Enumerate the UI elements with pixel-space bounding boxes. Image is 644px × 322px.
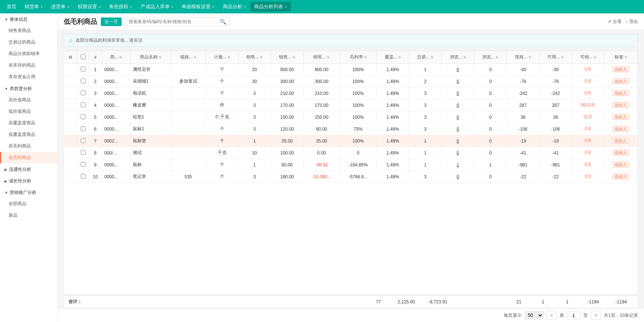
row-check-1[interactable]: [81, 79, 86, 83]
nav-close-sales-order[interactable]: ×: [41, 4, 43, 9]
row-view1[interactable]: 0: [442, 99, 474, 111]
row-check-3[interactable]: [81, 102, 86, 107]
row-view1[interactable]: 1: [442, 159, 474, 171]
row-view1[interactable]: 0: [442, 171, 474, 183]
share-button[interactable]: ⇗ 分享: [608, 19, 622, 25]
row-num: 3: [89, 87, 102, 99]
search-input[interactable]: [129, 19, 218, 24]
row-settings: [64, 64, 77, 76]
row-checkbox[interactable]: [77, 123, 89, 135]
sidebar-group-overall[interactable]: ▼ 整体信息: [0, 13, 57, 25]
nav-close-role-auth[interactable]: ×: [130, 4, 132, 9]
row-check-7[interactable]: [81, 150, 86, 155]
sidebar-item-category-rate[interactable]: 商品分类助销率: [0, 48, 57, 60]
row-sale-amount: 150.00: [303, 111, 340, 123]
sidebar-item-high-margin[interactable]: 高毛利商品: [0, 140, 57, 152]
row-check-2[interactable]: [81, 90, 86, 95]
row-check-0[interactable]: [81, 67, 86, 71]
sidebar-item-in-stock[interactable]: 有库存的商品: [0, 60, 57, 71]
nav-product-analysis-list[interactable]: 商品分析列表 ×: [250, 2, 291, 12]
nav-product-analysis[interactable]: 商品分析 ×: [219, 2, 250, 12]
nav-close-template-settings[interactable]: ×: [212, 4, 214, 9]
search-icon[interactable]: 🔍: [220, 19, 226, 25]
next-page-button[interactable]: ＞: [591, 311, 601, 320]
row-available-stock: -41: [539, 147, 572, 159]
nav-home[interactable]: 首页: [3, 2, 20, 12]
nav-purchase-order[interactable]: 进货单 ×: [47, 2, 73, 12]
sidebar-group-cluster[interactable]: ▼ 类群度分析: [0, 83, 57, 94]
nav-close-purchase-order[interactable]: ×: [67, 4, 69, 9]
row-checkbox[interactable]: [77, 171, 89, 183]
nav-role-auth[interactable]: 角色授权 ×: [105, 2, 136, 12]
time-filter-button[interactable]: 近一月: [101, 17, 122, 26]
row-view1[interactable]: 0: [442, 147, 474, 159]
row-saleable-stock: 31天: [572, 111, 605, 123]
sidebar-item-traded-products[interactable]: 交易过的商品: [0, 36, 57, 48]
sidebar-group-marketing[interactable]: ▼ 营销推广分析: [0, 186, 57, 198]
col-settings[interactable]: ⚙: [64, 51, 77, 64]
row-checkbox[interactable]: [77, 76, 89, 87]
row-settings: [64, 111, 77, 123]
row-checkbox[interactable]: [77, 147, 89, 159]
row-check-8[interactable]: [81, 162, 86, 167]
page-number-input[interactable]: [567, 312, 580, 319]
row-unit: 个: [206, 76, 238, 87]
nav-sales-order[interactable]: 销货单 ×: [21, 2, 47, 12]
search-box: 🔍: [125, 17, 230, 26]
summary-view2: 1: [557, 299, 577, 305]
row-check-6[interactable]: [81, 138, 86, 143]
row-check-5[interactable]: [81, 126, 86, 131]
sidebar-item-low-margin[interactable]: 低毛利商品: [0, 152, 57, 163]
row-check-9[interactable]: [81, 174, 86, 179]
row-checkbox[interactable]: [77, 64, 89, 76]
row-view1[interactable]: 0: [442, 64, 474, 76]
page-title: 低毛利商品: [64, 17, 97, 26]
sidebar-group-growth[interactable]: ▶ 成长性分析: [0, 175, 57, 186]
row-checkbox[interactable]: [77, 87, 89, 99]
row-view1[interactable]: 0: [442, 135, 474, 147]
row-checkbox[interactable]: [77, 99, 89, 111]
row-view1[interactable]: 0: [442, 87, 474, 99]
sidebar-item-sales-products[interactable]: 销售类商品: [0, 25, 57, 36]
sidebar-group-liquidity[interactable]: ▶ 流通性分析: [0, 163, 57, 175]
sidebar-item-all-products[interactable]: 全部商品: [0, 198, 57, 210]
nav-permissions[interactable]: 权限设置 ×: [74, 2, 105, 12]
nav-product-entry[interactable]: 产成品入库单 ×: [137, 2, 177, 12]
prev-page-button[interactable]: ＜: [547, 311, 557, 320]
row-num: 4: [89, 99, 102, 111]
per-page-select[interactable]: 50 20 100: [525, 311, 544, 319]
row-view2: 0: [474, 135, 507, 147]
row-gross-margin: 100%: [340, 111, 377, 123]
sidebar-item-low-value[interactable]: 低价值商品: [0, 106, 57, 117]
row-tag: 低收入: [604, 159, 637, 171]
nav-template-settings[interactable]: 单据模板设置 ×: [178, 2, 218, 12]
row-view1[interactable]: 0: [442, 123, 474, 135]
row-check-4[interactable]: [81, 114, 86, 119]
nav-close-product-entry[interactable]: ×: [171, 4, 173, 9]
sidebar-item-capital[interactable]: 库存资金占用: [0, 71, 57, 83]
row-sale-amount: 210.00: [303, 87, 340, 99]
nav-close-product-analysis[interactable]: ×: [244, 4, 246, 9]
sidebar-item-low-coverage[interactable]: 低覆盖度商品: [0, 129, 57, 140]
sidebar-item-high-value[interactable]: 高价值商品: [0, 94, 57, 106]
row-saleable-stock: 0天: [572, 135, 605, 147]
col-checkbox[interactable]: [77, 51, 89, 64]
export-button[interactable]: ↓ 导出: [625, 19, 638, 25]
row-sale-price: 800.00: [271, 64, 304, 76]
row-spec: [171, 111, 206, 123]
nav-close-product-analysis-list[interactable]: ×: [285, 4, 287, 9]
row-checkbox[interactable]: [77, 135, 89, 147]
notice-icon: ☆: [68, 38, 73, 44]
nav-close-permissions[interactable]: ×: [99, 4, 101, 9]
sidebar-item-new-products[interactable]: 新品: [0, 210, 57, 221]
row-view1[interactable]: 0: [442, 76, 474, 87]
row-trade: 3: [409, 99, 442, 111]
row-checkbox[interactable]: [77, 111, 89, 123]
row-available-stock: -19: [539, 135, 572, 147]
col-sale-qty: 销售...⇅: [238, 51, 271, 64]
row-view1[interactable]: 0: [442, 111, 474, 123]
select-all-checkbox[interactable]: [81, 54, 86, 59]
sidebar-item-high-coverage[interactable]: 高覆盖度商品: [0, 117, 57, 129]
row-checkbox[interactable]: [77, 159, 89, 171]
product-table-container[interactable]: ⚙ # 商...⇅ 商品名称⇅ 规格...⇅ 计量...⇅ 销售...⇅ 销售.…: [64, 51, 638, 295]
